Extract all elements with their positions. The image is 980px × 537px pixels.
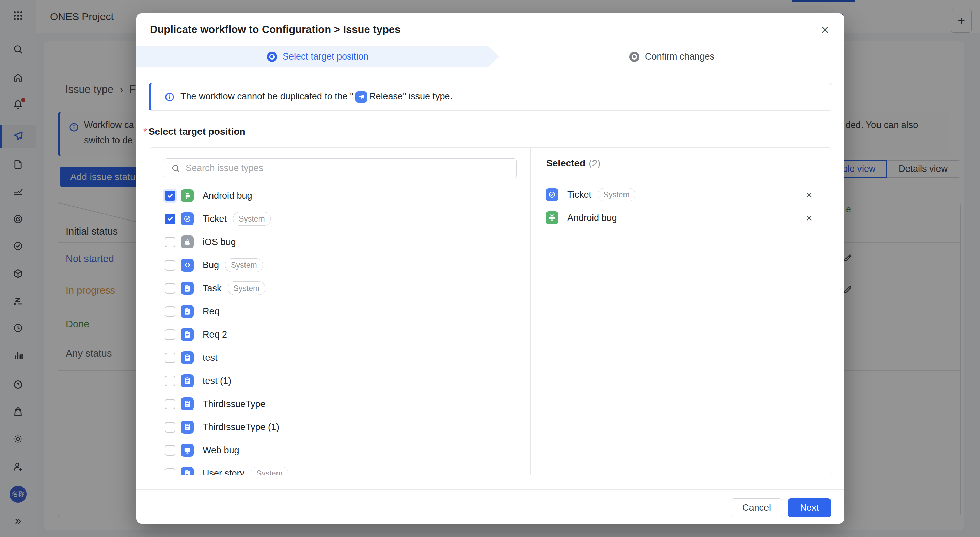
code-bug-icon [181,259,194,272]
issue-type-label: test [203,353,218,363]
step2-radio-icon [629,52,640,62]
clipboard-icon [181,467,194,475]
clipboard-icon [181,397,194,410]
required-mark: * [143,126,147,137]
issue-type-label: Bug [203,260,219,270]
issue-type-label: Req 2 [203,329,227,340]
step1-radio-icon [267,52,277,62]
issue-type-row[interactable]: Req 2 [149,323,531,346]
issue-type-label: User story [203,468,245,476]
search-icon [170,164,181,173]
selected-item-label: Ticket [567,189,592,200]
selected-header: Selected(2) [546,158,600,169]
checkbox-unchecked[interactable] [165,445,175,456]
issue-type-row[interactable]: Task System [149,276,531,300]
issue-type-row[interactable]: test (1) [149,369,531,392]
clipboard-icon [181,421,194,434]
android-icon [546,211,558,224]
issue-type-label: test (1) [203,376,231,386]
remove-icon[interactable]: × [806,188,813,202]
issue-type-label: Ticket [203,214,227,224]
field-label: *Select target position [143,126,245,137]
issue-type-label: ThirdIssueType [203,399,266,409]
checkbox-unchecked[interactable] [165,306,175,317]
transfer-panels: Android bug Ticket System iOS bug Bug [149,147,832,475]
issue-type-label: iOS bug [203,237,236,248]
checkbox-unchecked[interactable] [165,260,175,270]
selected-panel: Selected(2) Ticket System × Android bug … [531,148,832,475]
modal-title: Duplicate workflow to Configuration > Is… [150,13,401,46]
system-tag: System [233,212,271,226]
checkbox-unchecked[interactable] [165,283,175,294]
modal-footer: Cancel Next [136,489,845,524]
screen: ONES Project 0007 Overview Sprints Sprin… [0,0,980,537]
issue-type-label: Android bug [203,191,252,201]
checkbox-unchecked[interactable] [165,399,175,409]
issue-type-label: Web bug [203,445,239,456]
checkbox-unchecked[interactable] [165,353,175,363]
clipboard-icon [181,328,194,341]
checkbox-unchecked[interactable] [165,422,175,432]
ticket-icon [546,188,558,201]
issue-type-row[interactable]: Bug System [149,254,531,276]
release-icon [355,91,367,103]
cannot-duplicate-banner: The workflow cannot be duplicated to the… [149,83,832,111]
checkbox-unchecked[interactable] [165,329,175,340]
clipboard-icon [181,305,194,318]
issue-type-row[interactable]: iOS bug [149,230,531,254]
checkbox-unchecked[interactable] [165,376,175,386]
system-tag: System [251,467,288,475]
issue-type-row[interactable]: Android bug [149,184,531,207]
step1-label: Select target position [283,51,368,62]
cancel-button[interactable]: Cancel [731,498,782,517]
issue-type-label: Task [203,283,222,294]
issue-type-row[interactable]: Ticket System [149,207,531,230]
search-box[interactable] [164,158,517,178]
remove-icon[interactable]: × [806,211,813,225]
ticket-icon [181,212,194,225]
clipboard-icon [181,374,194,387]
step-bar: Select target position Confirm changes [136,46,845,67]
step-select-target: Select target position [136,46,499,67]
apple-icon [181,235,194,248]
clipboard-icon [181,282,194,295]
checkbox-unchecked[interactable] [165,237,175,248]
system-tag: System [228,281,266,295]
issue-type-row[interactable]: test [149,346,531,369]
issue-type-list-panel: Android bug Ticket System iOS bug Bug [149,148,531,475]
info-icon [164,92,175,102]
checkbox-unchecked[interactable] [165,468,175,476]
selected-item: Android bug × [531,206,832,229]
next-button[interactable]: Next [788,498,831,517]
clipboard-icon [181,351,194,364]
issue-type-label: ThirdIssueType (1) [203,422,279,432]
issue-type-label: Req [203,306,220,317]
issue-type-row[interactable]: Web bug [149,438,531,462]
system-tag: System [225,258,263,272]
checkbox-checked[interactable] [165,214,175,224]
issue-type-row[interactable]: ThirdIssueType (1) [149,416,531,438]
banner-text: The workflow cannot be duplicated to the… [180,91,453,103]
step2-label: Confirm changes [645,51,714,62]
close-icon[interactable]: × [817,22,833,38]
selected-item: Ticket System × [531,183,832,206]
checkbox-checked[interactable] [165,191,175,201]
monitor-icon [181,444,194,457]
issue-type-row[interactable]: Req [149,300,531,323]
issue-type-row[interactable]: User story System [149,462,531,475]
selected-item-label: Android bug [567,213,617,223]
step-confirm-changes: Confirm changes [499,46,845,67]
android-icon [181,189,194,202]
duplicate-workflow-modal: Duplicate workflow to Configuration > Is… [136,13,845,524]
search-input[interactable] [185,163,510,174]
system-tag: System [598,188,635,202]
issue-type-row[interactable]: ThirdIssueType [149,392,531,416]
